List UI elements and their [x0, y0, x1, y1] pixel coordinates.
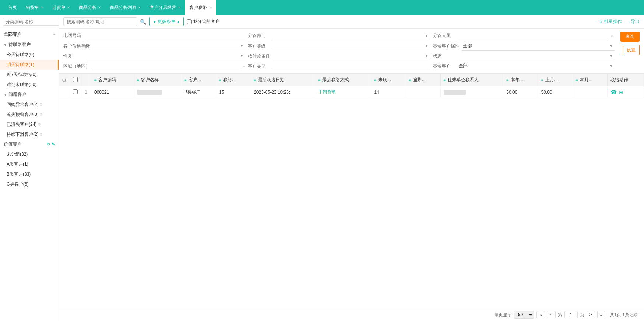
- dept-select[interactable]: ▼: [272, 32, 430, 39]
- th-this-year: ≡ 本年...: [503, 74, 538, 86]
- table-row: 1 000021 ████████ B类客户 15: [59, 86, 644, 98]
- sidebar-item-churned[interactable]: 已流失客户(24) ©: [0, 120, 59, 130]
- phone-icon[interactable]: ☎: [610, 89, 617, 95]
- pagination-bar: 每页显示 50 10 20 100 « < 第 页 > » 共1页 1条记录: [59, 308, 644, 321]
- manager-input[interactable]: [457, 32, 609, 39]
- question-icon: ©: [38, 122, 41, 127]
- sort-icon[interactable]: ≡: [506, 78, 508, 82]
- th-actions: 联络动作: [608, 74, 644, 86]
- status-select[interactable]: ▼: [457, 53, 615, 59]
- close-icon[interactable]: ✕: [138, 6, 141, 10]
- export-button[interactable]: ↑ 导出: [628, 18, 640, 25]
- my-customers-checkbox[interactable]: 我分管的客户: [187, 18, 220, 25]
- close-icon[interactable]: ✕: [178, 6, 181, 10]
- retail-customer-select[interactable]: 全部 ▼: [457, 62, 615, 70]
- td-last-contact-date: 2023-05-23 18:25:: [251, 86, 315, 98]
- table-header-row: ⚙ ≡ 客户编码 ≡ 客户名称: [59, 74, 644, 86]
- question-icon: ©: [40, 132, 42, 137]
- settings-button[interactable]: 设置: [623, 45, 640, 55]
- close-icon[interactable]: ✕: [209, 6, 211, 10]
- sidebar: 🔍 全部客户 « 待联络客户 今天待联络(0) 明天待联络(1) 近7天待联络(…: [0, 15, 59, 321]
- sidebar-item-ungrouped[interactable]: 未分组(32): [0, 149, 59, 159]
- sort-icon[interactable]: ≡: [219, 78, 221, 82]
- more-icon[interactable]: ···: [611, 33, 615, 38]
- filter-customer-level: 客户等级 ▼: [248, 43, 430, 49]
- filter-retail-customer: 零散客户 全部 ▼: [433, 62, 615, 70]
- batch-ops-button[interactable]: ☑ 批量操作: [599, 18, 622, 25]
- row-checkbox[interactable]: [73, 89, 78, 94]
- th-last-contact-method: ≡ 最后联络方式: [315, 74, 371, 86]
- sort-icon[interactable]: ≡: [576, 78, 578, 82]
- prev-page-button[interactable]: <: [547, 311, 556, 318]
- sidebar-item-repurchase-abnormal[interactable]: 回购异常客户(2) ©: [0, 100, 59, 110]
- th-last-contact-date: ≡ 最后联络日期: [251, 74, 315, 86]
- sort-icon[interactable]: ≡: [137, 78, 139, 82]
- contact-method-link[interactable]: 下销货单: [318, 89, 336, 94]
- close-icon[interactable]: ✕: [67, 6, 70, 10]
- more-conditions-button[interactable]: ▼ 更多条件 ▲: [149, 17, 184, 26]
- region-input[interactable]: [92, 62, 240, 70]
- sidebar-item-class-b[interactable]: B类客户(33): [0, 169, 59, 179]
- filter-payment-terms: 收付款条件 ▼: [248, 53, 430, 59]
- th-code: ≡ 客户编码: [91, 74, 134, 86]
- nav-customer-segmentation[interactable]: 客户分层经营 ✕: [145, 0, 185, 15]
- more-icon[interactable]: ···: [241, 63, 245, 69]
- nav-product-analysis-list[interactable]: 商品分析列表 ✕: [105, 0, 145, 15]
- nav-sales[interactable]: 销货单 ✕: [21, 0, 48, 15]
- price-level-select[interactable]: ▼: [92, 43, 245, 49]
- sort-icon[interactable]: ≡: [541, 78, 543, 82]
- sidebar-group-pending-contact: 待联络客户: [0, 40, 59, 50]
- select-all-checkbox[interactable]: [73, 77, 78, 82]
- grid-icon[interactable]: ⊞: [619, 89, 623, 95]
- nav-purchase[interactable]: 进货单 ✕: [48, 0, 74, 15]
- chevron-down-icon: ▼: [240, 44, 244, 48]
- td-code: 000021: [91, 86, 134, 98]
- customer-type-input[interactable]: [272, 62, 430, 70]
- payment-terms-select[interactable]: ▼: [272, 53, 430, 59]
- nav-customer-contact[interactable]: 客户联络 ✕: [185, 0, 216, 15]
- close-icon[interactable]: ✕: [41, 6, 43, 10]
- sort-icon[interactable]: ≡: [409, 78, 411, 82]
- sidebar-search-input[interactable]: [3, 18, 59, 26]
- nav-home[interactable]: 首页: [4, 0, 21, 15]
- sidebar-item-class-a[interactable]: A类客户(1): [0, 159, 59, 169]
- search-input[interactable]: [63, 17, 137, 26]
- chevron-up-icon: ▲: [176, 19, 181, 24]
- page-number-input[interactable]: [564, 311, 578, 318]
- refresh-icon[interactable]: ↻: [47, 142, 50, 147]
- search-button[interactable]: 🔍: [140, 19, 146, 25]
- last-page-button[interactable]: »: [597, 311, 606, 318]
- page-size-select[interactable]: 50 10 20 100: [514, 311, 534, 319]
- sort-icon[interactable]: ≡: [254, 78, 256, 82]
- gear-icon[interactable]: ⚙: [62, 77, 67, 83]
- td-last-contact-method: 下销货单: [315, 86, 371, 98]
- export-icon: ↑: [628, 19, 630, 24]
- content-area: 🔍 ▼ 更多条件 ▲ 我分管的客户 ☑ 批量操作 ↑ 导出: [59, 15, 644, 321]
- nav-product-analysis[interactable]: 商品分析 ✕: [74, 0, 105, 15]
- first-page-button[interactable]: «: [536, 311, 545, 318]
- sort-icon[interactable]: ≡: [94, 78, 97, 82]
- query-button[interactable]: 查询: [620, 32, 640, 42]
- next-page-button[interactable]: >: [587, 311, 595, 318]
- phone-input[interactable]: [88, 32, 245, 39]
- sidebar-item-class-c[interactable]: C类客户(6): [0, 179, 59, 189]
- sort-icon[interactable]: ≡: [184, 78, 186, 82]
- edit-icon[interactable]: ✎: [52, 142, 55, 147]
- sort-icon[interactable]: ≡: [318, 78, 321, 82]
- my-customers-check-input[interactable]: [187, 19, 192, 24]
- sidebar-item-7days-contact[interactable]: 近7天待联络(0): [0, 70, 59, 80]
- close-icon[interactable]: ✕: [98, 6, 101, 10]
- filter-bar: 🔍 ▼ 更多条件 ▲ 我分管的客户 ☑ 批量操作 ↑ 导出: [59, 15, 644, 29]
- sidebar-item-declining[interactable]: 持续下滑客户(2) ©: [0, 130, 59, 139]
- customer-level-select[interactable]: ▼: [272, 43, 430, 49]
- sidebar-item-overdue-contact[interactable]: 逾期未联络(30): [0, 80, 59, 90]
- sidebar-all-customers[interactable]: 全部客户 «: [0, 29, 59, 40]
- nature-select[interactable]: ▼: [88, 53, 245, 59]
- sidebar-item-tomorrow-contact[interactable]: 明天待联络(1): [0, 60, 59, 70]
- retail-attr-select[interactable]: 全部 ▼: [462, 42, 615, 51]
- td-actions: ☎ ⊞: [608, 86, 644, 98]
- sidebar-item-today-contact[interactable]: 今天待联络(0): [0, 50, 59, 60]
- sort-icon[interactable]: ≡: [374, 78, 377, 82]
- sidebar-item-churn-warning[interactable]: 流失预警客户(3) ©: [0, 110, 59, 120]
- sort-icon[interactable]: ≡: [444, 78, 446, 82]
